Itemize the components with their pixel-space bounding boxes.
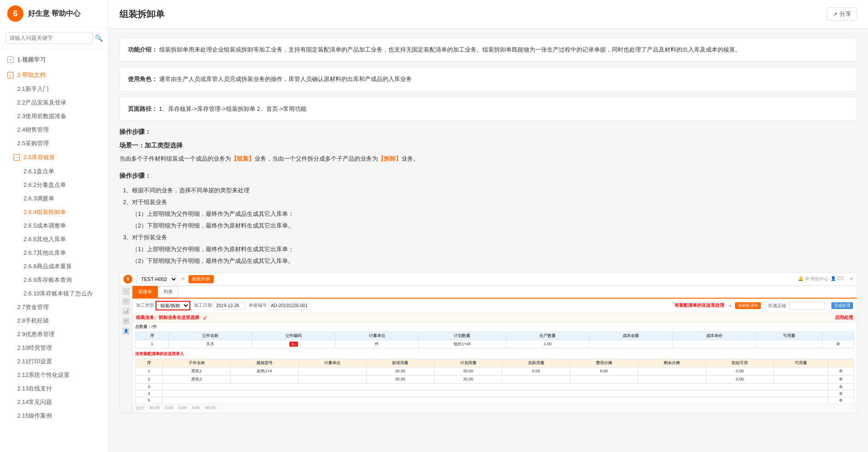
sidebar-item-assembly[interactable]: 2.6.4组装拆卸单: [0, 205, 108, 219]
col-l-allot: 费用分摊: [570, 359, 638, 367]
path-text: 1、库存核算->库存管理->组装拆卸单 2、首页->常用功能: [159, 105, 307, 112]
sidebar-item-purchase[interactable]: 2.5采购管理: [0, 137, 108, 150]
intro-text: 组装拆卸单用来处理企业组装或拆卸等加工业务，支持有固定装配清单的产品加工业务，也…: [159, 46, 741, 53]
mock-chart-icon: 📊: [123, 308, 130, 315]
nav-group-label: 2.帮助文档: [17, 71, 46, 79]
col-l-name: 子件名称: [163, 359, 231, 367]
sidebar-item-install[interactable]: 2.2产品安装及登录: [0, 96, 108, 109]
mock-bell-icon: 🔔: [798, 276, 803, 282]
sidebar-item-coupon[interactable]: 2.9优惠券管理: [0, 328, 108, 341]
mock-total4: 0.00: [192, 405, 200, 411]
mock-tab-new[interactable]: 新建单: [132, 286, 158, 298]
annotation-arrow2: ↙: [203, 314, 208, 321]
share-button[interactable]: ↗ 分享: [827, 7, 857, 21]
share-icon: ↗: [833, 11, 838, 18]
sidebar-item-capital[interactable]: 2.7资金管理: [0, 300, 108, 314]
step3: 3、对于拆装业务: [123, 232, 857, 243]
sidebar-item-check[interactable]: 2.6.1盘点单: [0, 165, 108, 178]
mock-apps-icon: ⊞: [805, 276, 809, 282]
path-block: 页面路径： 1、库存核算->库存管理->组装拆卸单 2、首页->常用功能: [119, 97, 857, 121]
col-parent-name: 父件名称: [169, 332, 252, 340]
mock-upper-table: 序 父件名称 父件编码 计量单位 计划数量 生产数量 成本金额 成本单价 可用量: [135, 332, 854, 348]
col-seq: 序: [136, 332, 169, 340]
col-l-remain: 剩余分摊: [638, 359, 706, 367]
step2-1: （1）上部明细为父件明细，最终作为产成品生成其它入库单；: [132, 208, 857, 220]
page-title: 组装拆卸单: [119, 8, 165, 20]
mock-page-info: 合计: [136, 405, 144, 411]
sidebar-item-video[interactable]: + 1.视频学习: [0, 52, 108, 67]
mock-store-input[interactable]: [789, 302, 825, 309]
role-text: 通常由生产人员或库管人员完成拆装业务的操作，库管人员确认原材料的出库和产成品的入…: [159, 76, 412, 82]
mock-total1: ¥0.00: [150, 405, 160, 411]
sidebar-item-out[interactable]: 2.6.7其他出库单: [0, 246, 108, 260]
sidebar-item-new[interactable]: 2.1新手入门: [0, 82, 108, 96]
sidebar-item-custom[interactable]: 2.12系统个性化设置: [0, 368, 108, 382]
mock-select-bom-btn[interactable]: 选装配清单: [735, 302, 761, 309]
mock-total5: ¥0.00: [205, 405, 216, 411]
ops-steps-title: 操作步骤：: [119, 172, 857, 180]
col-avail: 可用量: [756, 332, 822, 340]
cell-parent-name: 关木: [169, 340, 252, 348]
sidebar-item-data[interactable]: 2.3使用前数据准备: [0, 109, 108, 123]
expand-icon: +: [7, 57, 14, 63]
sidebar-item-fix[interactable]: 2.6.10库存账本错了怎么办: [0, 287, 108, 300]
mock-bill-value: AD-20191226-001: [268, 302, 311, 309]
logo-icon: 6: [7, 5, 24, 22]
sidebar-item-query[interactable]: 2.6.9库存账本查询: [0, 273, 108, 287]
search-button[interactable]: 🔍: [95, 34, 103, 42]
mock-shop-select[interactable]: TEST-H002: [136, 275, 178, 284]
sidebar-item-cogs[interactable]: 2.6.8商品成本重算: [0, 260, 108, 273]
mock-total3: 0.00: [179, 405, 187, 411]
scenario-title: 场景一：加工类型选择: [119, 142, 857, 150]
sidebar-item-operate[interactable]: 2.10经营管理: [0, 341, 108, 355]
cell-parent-code: 低U: [252, 340, 335, 348]
step2: 2、对于组装业务: [123, 196, 857, 208]
sidebar-item-cases[interactable]: 2.15操作案例: [0, 409, 108, 423]
mock-refresh-btn[interactable]: 刷新列表: [189, 275, 214, 283]
annotation-assembly-type: 组装业务、拆卸业务在这里选择: [136, 314, 199, 321]
scenario-desc: 当由多个子件材料组装成一个成品的业务为【组装】业务，当由一个父件拆分成多个子产品…: [119, 153, 857, 165]
sidebar-item-payment[interactable]: 2.13在线支付: [0, 382, 108, 395]
sidebar-item-inventory[interactable]: − 2.6库存核算: [0, 150, 108, 165]
sidebar-item-sharecheck[interactable]: 2.6.2分量盘点单: [0, 178, 108, 192]
share-label: 分享: [840, 10, 851, 18]
cell-seq: 1: [136, 340, 169, 348]
content-body: 功能介绍： 组装拆卸单用来处理企业组装或拆卸等加工业务，支持有固定装配清单的产品…: [108, 29, 868, 452]
sidebar-item-faq[interactable]: 2.14常见问题: [0, 395, 108, 409]
step1: 1、根据不同的业务，选择不同单据的类型来处理: [123, 185, 857, 196]
search-input[interactable]: [5, 32, 93, 44]
sidebar-item-print[interactable]: 2.11打印设置: [0, 355, 108, 368]
cell-unit: 件: [335, 340, 418, 348]
mock-confirm-btn[interactable]: 完成处理: [831, 302, 853, 309]
nav-list: + 1.视频学习 − 2.帮助文档 2.1新手入门 2.2产品安装及登录 2.3…: [0, 49, 108, 452]
sidebar-item-cost[interactable]: 2.6.5成本调整单: [0, 219, 108, 233]
sidebar-item-move[interactable]: 2.6.3调拨单: [0, 192, 108, 205]
collapse-icon: −: [7, 72, 14, 78]
col-parent-code: 父件编码: [252, 332, 335, 340]
col-l-init: 初始可用: [706, 359, 774, 367]
col-l-unit: 计量单位: [298, 359, 366, 367]
mock-logo: 6: [123, 275, 132, 284]
app-title: 好生意 帮助中心: [28, 9, 80, 19]
mock-form-header: 加工类型 组装/拆卸 加工日期 2019-12-26 单据编号: [132, 299, 857, 313]
col-prod-qty: 生产数量: [506, 332, 589, 340]
highlight-disassembly: 【拆卸】: [378, 155, 401, 162]
sidebar-item-mobile[interactable]: 2.8手机旺辅: [0, 314, 108, 328]
col-l-plan: 计划用量: [434, 359, 502, 367]
mock-store-label: 所属店铺: [768, 303, 786, 308]
mock-tab-list[interactable]: 列表: [158, 286, 179, 298]
mock-layout: ⌂ ≡ 📊 ⚙ 👤 新建单 列表: [120, 286, 857, 413]
col-cost-amt: 成本金额: [589, 332, 672, 340]
col-l-action: [828, 359, 854, 367]
path-label: 页面路径：: [128, 105, 157, 112]
mock-type-select[interactable]: 组装/拆卸: [156, 301, 190, 310]
sidebar-item-sales[interactable]: 2.4销售管理: [0, 123, 108, 137]
highlight-assembly: 【组装】: [231, 155, 255, 162]
mock-total2: 0.00: [165, 405, 174, 411]
mock-field-type: 加工类型 组装/拆卸: [136, 301, 190, 310]
table-row: 2 黑色2 35.00 30.00: [136, 375, 854, 383]
nav-group-label: 2.6库存核算: [24, 153, 55, 162]
sidebar-item-docs[interactable]: − 2.帮助文档: [0, 68, 108, 82]
sidebar-header: 6 好生意 帮助中心: [0, 0, 108, 28]
sidebar-item-in[interactable]: 2.6.6其他入库单: [0, 233, 108, 246]
